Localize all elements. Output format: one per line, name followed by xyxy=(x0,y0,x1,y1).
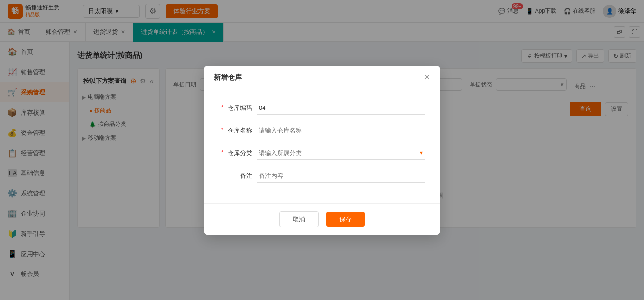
notes-field-row: 备注 xyxy=(219,169,425,183)
category-select-wrap: ▾ xyxy=(257,147,425,160)
category-field-row: 仓库分类 ▾ xyxy=(219,147,425,160)
modal-header: 新增仓库 ✕ xyxy=(204,66,440,90)
name-label: 仓库名称 xyxy=(219,126,257,135)
notes-label: 备注 xyxy=(219,172,257,180)
code-field-row: 仓库编码 xyxy=(219,101,425,115)
name-field-row: 仓库名称 xyxy=(219,124,425,137)
name-input[interactable] xyxy=(257,124,425,137)
category-label: 仓库分类 xyxy=(219,149,257,158)
modal-title: 新增仓库 xyxy=(214,73,242,82)
cancel-button[interactable]: 取消 xyxy=(279,211,319,227)
category-input[interactable] xyxy=(257,147,425,159)
modal-close-button[interactable]: ✕ xyxy=(423,73,430,82)
code-label: 仓库编码 xyxy=(219,104,257,112)
code-input[interactable] xyxy=(257,101,425,115)
modal-footer: 取消 保存 xyxy=(204,203,440,235)
new-warehouse-modal: 新增仓库 ✕ 仓库编码 仓库名称 仓库分类 ▾ xyxy=(204,66,440,235)
notes-input[interactable] xyxy=(257,169,425,183)
save-button[interactable]: 保存 xyxy=(326,212,365,227)
modal-overlay: 新增仓库 ✕ 仓库编码 仓库名称 仓库分类 ▾ xyxy=(0,0,644,300)
modal-body: 仓库编码 仓库名称 仓库分类 ▾ 备注 xyxy=(204,90,440,203)
